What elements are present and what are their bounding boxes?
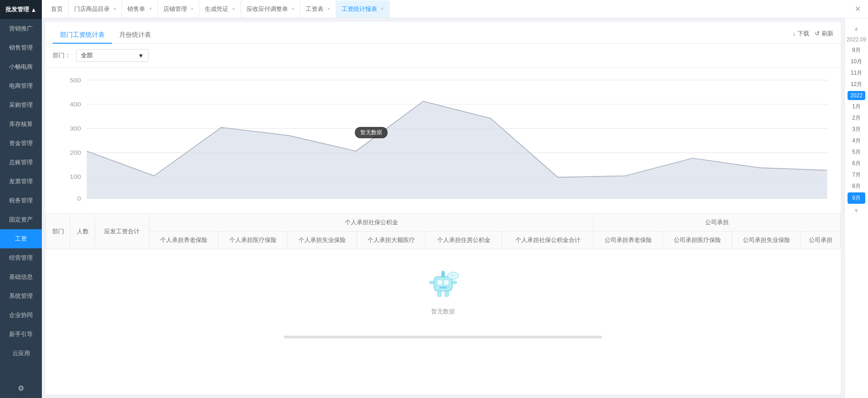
sidebar-item-经营管理[interactable]: 经营管理: [0, 248, 42, 267]
sidebar-item-云应用[interactable]: 云应用: [0, 344, 42, 363]
tab-close-icon[interactable]: ×: [327, 6, 330, 11]
month-label-next-8月[interactable]: 8月: [846, 181, 867, 192]
no-data-illustration: ?: [425, 267, 461, 304]
sidebar-item-发票管理[interactable]: 发票管理: [0, 172, 42, 191]
sidebar-item-资金管理[interactable]: 资金管理: [0, 134, 42, 153]
tab-label: 首页: [51, 5, 63, 13]
main-panel: 部门工资统计表月份统计表 ↓ 下载 ↺ 刷新 部门： 全部 ▼: [45, 22, 841, 394]
tab-label: 销售单: [127, 5, 145, 13]
year-badge-2022[interactable]: 2022: [848, 91, 865, 100]
svg-rect-22: [445, 291, 449, 297]
tabs-container: 首页门店商品目录×销售单×店铺管理×生成凭证×应收应付调整单×工资表×工资统计报…: [45, 0, 851, 18]
month-label-next-7月[interactable]: 7月: [846, 169, 867, 181]
col-group-company: 公司承担: [594, 214, 841, 232]
tab-工资表[interactable]: 工资表×: [300, 0, 336, 18]
refresh-icon: ↺: [815, 30, 820, 37]
svg-text:0: 0: [77, 195, 81, 202]
tab-close-icon[interactable]: ×: [232, 6, 235, 11]
main-content: 首页门店商品目录×销售单×店铺管理×生成凭证×应收应付调整单×工资表×工资统计报…: [42, 0, 868, 398]
sidebar-item-固定资产[interactable]: 固定资产: [0, 210, 42, 229]
svg-rect-19: [429, 281, 434, 284]
scroll-down-arrow[interactable]: ▼: [851, 204, 863, 217]
sidebar-item-系统管理[interactable]: 系统管理: [0, 287, 42, 306]
download-button[interactable]: ↓ 下载: [793, 30, 810, 38]
col-headcount: 人数: [71, 214, 95, 249]
sub-tab-部门工资统计表[interactable]: 部门工资统计表: [53, 27, 112, 44]
month-label-2022-9月[interactable]: 9月: [846, 45, 867, 56]
tab-工资统计报表[interactable]: 工资统计报表×: [336, 0, 389, 18]
col-company-pension: 公司承担养老保险: [594, 232, 663, 249]
download-icon: ↓: [793, 30, 796, 37]
sidebar-item-新手引导[interactable]: 新手引导: [0, 325, 42, 344]
year-2022-label[interactable]: 2022.09: [845, 35, 868, 45]
tab-首页[interactable]: 首页: [45, 0, 69, 18]
month-label-next-4月[interactable]: 4月: [846, 135, 867, 146]
tab-销售单[interactable]: 销售单×: [122, 0, 157, 18]
no-data-label: 暂无数据: [431, 307, 455, 316]
tab-门店商品目录[interactable]: 门店商品目录×: [69, 0, 122, 18]
col-personal-pension: 个人承担养老保险: [149, 232, 218, 249]
sidebar-item-小畅电商[interactable]: 小畅电商: [0, 57, 42, 76]
tab-应收应付调整单[interactable]: 应收应付调整单×: [241, 0, 300, 18]
department-select[interactable]: 全部 ▼: [76, 49, 149, 62]
col-personal-housing: 个人承担住房公积金: [426, 232, 502, 249]
data-table: 部门 人数 应发工资合计 个人承担社保公积金 公司承担 个人承担养老保险 个人承…: [45, 213, 841, 249]
sidebar-item-总账管理[interactable]: 总账管理: [0, 153, 42, 172]
table-wrapper[interactable]: 部门 人数 应发工资合计 个人承担社保公积金 公司承担 个人承担养老保险 个人承…: [45, 213, 841, 394]
refresh-button[interactable]: ↺ 刷新: [815, 30, 833, 38]
sidebar-item-企业协同[interactable]: 企业协同: [0, 306, 42, 325]
tab-label: 生成凭证: [205, 5, 228, 13]
svg-text:?: ?: [451, 274, 454, 278]
month-label-next-2月[interactable]: 2月: [846, 112, 867, 124]
tab-close-icon[interactable]: ×: [113, 6, 116, 11]
sub-tab-actions: ↓ 下载 ↺ 刷新: [793, 30, 834, 41]
month-label-next-5月[interactable]: 5月: [846, 146, 867, 158]
settings-icon[interactable]: ⚙: [0, 378, 42, 398]
tab-close-icon[interactable]: ×: [292, 6, 294, 11]
sidebar-item-采购管理[interactable]: 采购管理: [0, 96, 42, 115]
month-label-next-3月[interactable]: 3月: [846, 124, 867, 135]
svg-rect-13: [434, 277, 452, 291]
col-company-medical: 公司承担医疗保险: [663, 232, 732, 249]
scroll-up-arrow[interactable]: ▲: [851, 22, 863, 35]
sidebar-item-基础信息[interactable]: 基础信息: [0, 267, 42, 287]
svg-rect-16: [439, 287, 447, 288]
tab-店铺管理[interactable]: 店铺管理×: [158, 0, 199, 18]
sub-tab-月份统计表[interactable]: 月份统计表: [112, 27, 158, 44]
sidebar-title: 批发管理: [5, 5, 29, 14]
svg-text:500: 500: [70, 76, 81, 83]
svg-point-18: [442, 271, 444, 273]
close-all-tabs-button[interactable]: ✕: [851, 3, 864, 15]
sidebar-item-电商管理[interactable]: 电商管理: [0, 76, 42, 96]
department-filter-label: 部门：: [53, 51, 71, 60]
month-label-2022-10月[interactable]: 10月: [846, 56, 867, 67]
sidebar-header[interactable]: 批发管理 ▲: [0, 0, 42, 19]
tab-label: 应收应付调整单: [247, 5, 288, 13]
filter-bar: 部门： 全部 ▼: [45, 44, 841, 68]
chart-area: 500 400 300 200 100 0 暂无数据: [45, 68, 841, 213]
svg-text:100: 100: [70, 173, 81, 180]
month-label-next-6月[interactable]: 6月: [846, 158, 867, 169]
sidebar-item-库存核算[interactable]: 库存核算: [0, 115, 42, 134]
svg-rect-14: [438, 280, 442, 285]
month-label-next-9月[interactable]: 9月: [848, 192, 865, 204]
month-label-2022-12月[interactable]: 12月: [846, 79, 867, 90]
month-label-2022-11月[interactable]: 11月: [846, 67, 867, 79]
sidebar-items: 营销推广销售管理小畅电商电商管理采购管理库存核算资金管理总账管理发票管理税务管理…: [0, 19, 42, 363]
col-personal-total: 个人承担社保公积金合计: [502, 232, 594, 249]
tab-close-icon[interactable]: ×: [149, 6, 151, 11]
sidebar-item-销售管理[interactable]: 销售管理: [0, 38, 42, 57]
chevron-down-icon: ▼: [138, 52, 144, 59]
month-label-next-1月[interactable]: 1月: [846, 101, 867, 112]
sidebar-item-工资[interactable]: 工资: [0, 229, 42, 248]
col-personal-unemployment: 个人承担失业保险: [288, 232, 357, 249]
no-data-area: ? 暂无数据: [45, 249, 841, 334]
sidebar-item-税务管理[interactable]: 税务管理: [0, 191, 42, 210]
svg-rect-21: [438, 291, 441, 297]
sidebar-item-营销推广[interactable]: 营销推广: [0, 19, 42, 38]
tab-close-icon[interactable]: ×: [381, 6, 384, 11]
tab-生成凭证[interactable]: 生成凭证×: [199, 0, 241, 18]
tab-close-icon[interactable]: ×: [191, 6, 193, 11]
sub-tabs: 部门工资统计表月份统计表 ↓ 下载 ↺ 刷新: [45, 22, 841, 44]
col-group-personal: 个人承担社保公积金: [149, 214, 594, 232]
